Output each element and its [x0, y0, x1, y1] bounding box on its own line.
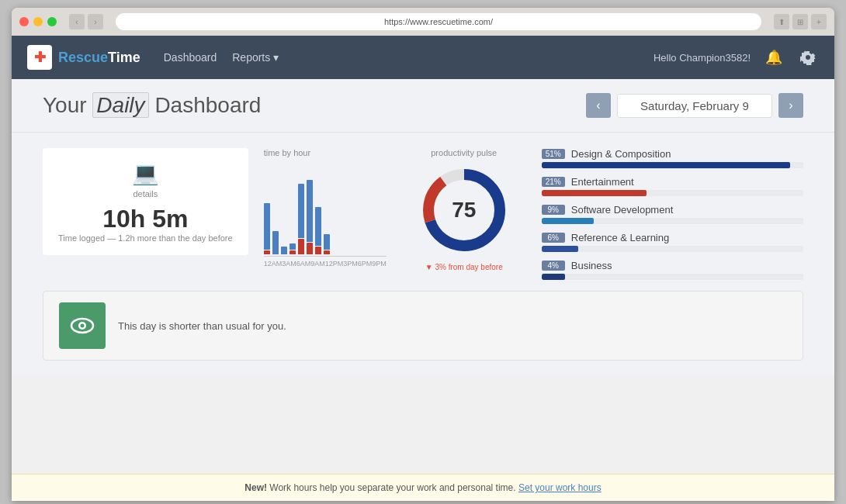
nav-reports[interactable]: Reports ▾	[232, 51, 279, 64]
browser-actions: ⬆ ⊞ +	[774, 14, 827, 29]
bottom-bar: New! Work hours help you separate your w…	[12, 474, 834, 501]
app-container: ✚ RescueTime Dashboard Reports ▾ Hello C…	[12, 36, 834, 501]
prev-date-button[interactable]: ‹	[586, 93, 611, 118]
cat-name-0: Design & Composition	[571, 148, 671, 160]
cat-pct-0: 51%	[542, 149, 565, 159]
date-display: Saturday, February 9	[617, 94, 772, 118]
bar-group-3pm	[307, 180, 313, 254]
nav-right: Hello Champion3582! 🔔	[654, 47, 819, 68]
cat-bar-fill-2	[542, 218, 594, 224]
category-header-3: 6% Reference & Learning	[542, 232, 803, 243]
cat-name-2: Software Development	[571, 204, 674, 216]
date-nav: ‹ Saturday, February 9 ›	[586, 93, 803, 118]
share-button[interactable]: ⬆	[774, 14, 789, 29]
maximize-button[interactable]	[47, 17, 57, 26]
page-title: Your Daily Dashboard	[43, 93, 261, 118]
bar-group-3am	[272, 231, 279, 254]
bar-blue-1	[272, 231, 279, 254]
bar-blue-7	[324, 234, 330, 250]
cat-pct-2: 9%	[542, 205, 565, 215]
browser-titlebar: ‹ › https://www.rescuetime.com/ ⬆ ⊞ +	[12, 8, 834, 36]
bar-blue-4	[298, 184, 304, 238]
time-card: 💻 details 10h 5m Time logged — 1.2h more…	[43, 148, 248, 255]
bar-red-6	[315, 247, 321, 254]
eye-icon-box	[59, 302, 106, 349]
nav-dashboard[interactable]: Dashboard	[164, 51, 217, 64]
eye-icon	[68, 312, 96, 340]
chart-label: time by hour	[264, 148, 387, 157]
close-button[interactable]	[19, 17, 29, 26]
cat-bar-track-0	[542, 162, 803, 168]
notification-text: This day is shorter than usual for you.	[118, 320, 286, 332]
main-content: 💻 details 10h 5m Time logged — 1.2h more…	[12, 133, 834, 376]
cat-bar-track-1	[542, 190, 803, 196]
forward-button[interactable]: ›	[88, 14, 103, 29]
chart-x-labels: 12AM 3AM 6AM 9AM 12PM 3PM 6PM 9PM	[264, 260, 387, 268]
cat-pct-1: 21%	[542, 177, 565, 187]
cat-bar-fill-0	[542, 162, 790, 168]
notifications-button[interactable]: 🔔	[763, 47, 785, 68]
greeting-text: Hello Champion3582!	[654, 52, 751, 64]
logo-time: Time	[108, 50, 140, 65]
category-row-2: 9% Software Development	[542, 204, 803, 224]
cat-name-4: Business	[571, 260, 612, 271]
browser-window: ‹ › https://www.rescuetime.com/ ⬆ ⊞ + ✚ …	[12, 8, 834, 501]
new-tab-button[interactable]: +	[811, 14, 827, 29]
bar-blue-3	[290, 243, 296, 250]
settings-button[interactable]	[797, 47, 819, 68]
bar-group-12am	[264, 203, 270, 254]
back-button[interactable]: ‹	[69, 14, 85, 29]
bar-blue-0	[264, 203, 270, 250]
category-row-0: 51% Design & Composition	[542, 148, 803, 168]
time-sub: Time logged — 1.2h more than the day bef…	[58, 233, 233, 243]
cat-name-1: Entertainment	[571, 176, 634, 188]
daily-selector[interactable]: Daily	[92, 92, 148, 118]
logo-rescue: Rescue	[58, 50, 108, 65]
url-text: https://www.rescuetime.com/	[384, 17, 493, 26]
bottom-bar-new: New!	[244, 482, 267, 493]
category-row-4: 4% Business	[542, 260, 803, 280]
bar-chart	[264, 164, 387, 257]
bottom-bar-text: Work hours help you separate your work a…	[267, 482, 518, 493]
charts-area: time by hour	[264, 148, 526, 271]
cat-bar-fill-4	[542, 274, 565, 280]
bar-blue-2	[281, 247, 287, 254]
category-header-2: 9% Software Development	[542, 204, 803, 216]
address-bar[interactable]: https://www.rescuetime.com/	[116, 13, 761, 30]
minimize-button[interactable]	[33, 17, 43, 26]
cat-pct-3: 6%	[542, 233, 565, 243]
pulse-label: productivity pulse	[402, 148, 526, 157]
details-link[interactable]: details	[133, 189, 158, 198]
bar-blue-6	[315, 207, 321, 246]
chevron-down-icon: ▾	[273, 51, 279, 64]
svg-point-0	[806, 55, 810, 60]
bookmark-button[interactable]: ⊞	[792, 14, 808, 29]
time-logged: 10h 5m	[102, 205, 188, 233]
category-row-3: 6% Reference & Learning	[542, 232, 803, 252]
category-header-1: 21% Entertainment	[542, 176, 803, 188]
app-wrapper: ✚ RescueTime Dashboard Reports ▾ Hello C…	[12, 36, 834, 501]
time-by-hour-chart: time by hour	[264, 148, 387, 268]
category-row-1: 21% Entertainment	[542, 176, 803, 196]
stats-row: 💻 details 10h 5m Time logged — 1.2h more…	[43, 148, 803, 280]
donut-chart: 75	[418, 164, 511, 257]
logo-text: RescueTime	[58, 50, 140, 66]
category-header-4: 4% Business	[542, 260, 803, 271]
cat-bar-fill-3	[542, 246, 578, 252]
nav-links: Dashboard Reports ▾	[164, 51, 279, 64]
next-date-button[interactable]: ›	[778, 93, 803, 118]
logo-area: ✚ RescueTime	[27, 45, 140, 70]
svg-point-6	[81, 324, 85, 328]
top-nav: ✚ RescueTime Dashboard Reports ▾ Hello C…	[12, 36, 834, 79]
productivity-pulse: productivity pulse 75	[402, 148, 526, 271]
bar-group-6pm	[315, 207, 321, 254]
browser-nav: ‹ ›	[69, 14, 103, 29]
bar-red-7	[324, 250, 330, 254]
cat-bar-fill-1	[542, 190, 647, 196]
set-work-hours-link[interactable]: Set your work hours	[518, 482, 602, 493]
cat-bar-track-4	[542, 274, 803, 280]
categories: 51% Design & Composition 21% Entertainme…	[542, 148, 803, 280]
logo-icon: ✚	[27, 45, 52, 70]
bar-group-6am	[281, 247, 287, 254]
cat-bar-track-3	[542, 246, 803, 252]
